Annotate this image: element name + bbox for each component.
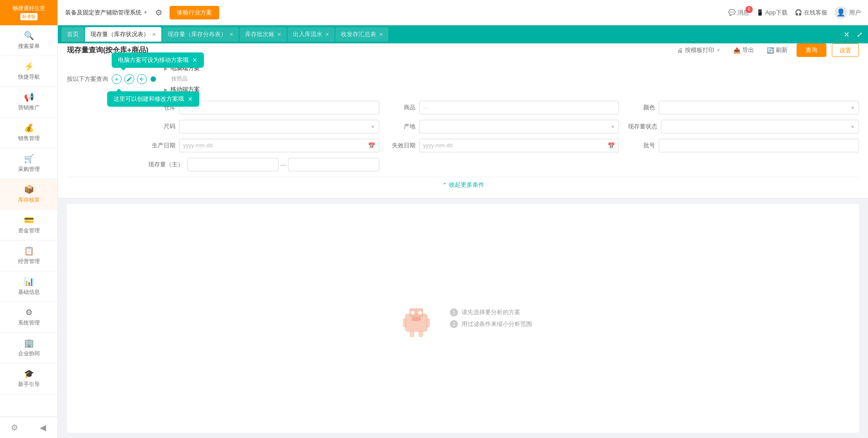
settings-icon[interactable]: ⚙ (0, 417, 29, 438)
color-label: 颜色 (628, 104, 655, 112)
nav-tabs: 首页 现存量（库存状况表） ✕ 现存量（库存分布表） ✕ 库存批次账 ✕ 出入库… (58, 25, 868, 43)
tab-in-out-flow-close[interactable]: ✕ (325, 32, 329, 37)
product-label: 商品 (388, 104, 415, 112)
messages-item[interactable]: 💬 6 消息 (728, 9, 749, 17)
stock-main-to[interactable] (288, 158, 379, 171)
sidebar-item-finance[interactable]: 💳 资金管理 (0, 210, 57, 240)
sidebar-item-enterprise[interactable]: 🏢 企业协同 (0, 333, 57, 363)
sidebar-item-basic[interactable]: 📊 基础信息 (0, 271, 57, 302)
enterprise-icon: 🏢 (24, 338, 34, 348)
edit-scheme-btn[interactable] (124, 74, 134, 84)
back-scheme-btn[interactable] (137, 74, 147, 84)
tab-inventory-dist-label: 现存量（库存分布表） (168, 30, 226, 38)
nav-expand-icon[interactable]: ⤢ (855, 28, 864, 41)
svg-rect-7 (410, 331, 414, 337)
system-selector[interactable]: 装备及固定资产辅助管理系统 ▼ (65, 9, 148, 17)
sidebar-item-inventory[interactable]: 📦 库存核算 (0, 179, 57, 210)
print-dropdown-arrow: ▼ (716, 48, 721, 53)
origin-label: 产地 (388, 122, 415, 131)
tab-home[interactable]: 首页 (61, 27, 84, 42)
filter-row-2: 尺码 ▼ 产地 ▼ (148, 120, 859, 133)
sidebar-logo: 畅捷通好生意 标准版 (0, 0, 57, 25)
origin-input[interactable]: ▼ (419, 120, 619, 133)
edit-tooltip: 这里可以创建和修改方案哦 ✕ (107, 91, 199, 107)
tab-collect-summary[interactable]: 收发存汇总表 ✕ (335, 27, 388, 42)
purchase-label: 采购管理 (18, 165, 40, 173)
sidebar-item-quick[interactable]: ⚡ 快捷导航 (0, 56, 57, 87)
tab-collect-summary-close[interactable]: ✕ (379, 32, 383, 37)
main-search-btn[interactable]: 查询 (797, 43, 826, 57)
expiry-date-input[interactable]: yyyy-mm-dd 📅 (419, 139, 619, 152)
collapse-btn[interactable]: ⌃ 收起更多条件 (67, 177, 859, 193)
manufacture-date-input[interactable]: yyyy-mm-dd 📅 (179, 139, 379, 152)
print-template-btn[interactable]: 🖨 按模板打印 ▼ (674, 44, 724, 56)
user-item[interactable]: 👤 用户 (835, 6, 861, 19)
tab-inventory-status-close[interactable]: ✕ (152, 32, 156, 37)
sidebar-item-sales[interactable]: 💰 销售管理 (0, 118, 57, 148)
user-label: 用户 (849, 9, 861, 17)
tab-in-out-flow[interactable]: 出入库流水 ✕ (288, 27, 335, 42)
filter-row-1: 仓库 ··· 商品 ··· (148, 101, 859, 114)
main-reset-btn[interactable]: 设置 (832, 43, 859, 57)
tab-inventory-dist[interactable]: 现存量（库存分布表） ✕ (162, 27, 239, 42)
sidebar-item-system[interactable]: ⚙ 系统管理 (0, 302, 57, 333)
filter-row-4: 现存量（主） — (148, 158, 859, 171)
message-icon: 💬 (728, 9, 736, 16)
sidebar-item-guide[interactable]: 🎓 新手引导 (0, 363, 57, 394)
refresh-btn[interactable]: 🔄 刷新 (763, 44, 791, 56)
tab-home-label: 首页 (67, 30, 79, 38)
scheme-sub-label: 按照品 (171, 75, 188, 82)
scheme-tooltip: 电脑方案可设为移动方案哦 ✕ (112, 52, 204, 68)
stock-main-field: 现存量（主） — (148, 158, 379, 171)
page-actions: 🖨 按模板打印 ▼ 📤 导出 🔄 刷新 查询 设置 (674, 43, 859, 57)
batch-input[interactable] (659, 139, 859, 152)
sidebar-item-search[interactable]: 🔍 搜索菜单 (0, 25, 57, 56)
basic-label: 基础信息 (18, 288, 40, 296)
stock-status-field: 现存量状态 ▼ (628, 120, 859, 133)
stock-main-from[interactable] (187, 158, 278, 171)
user-avatar: 👤 (835, 6, 847, 19)
export-label: 导出 (742, 46, 754, 54)
sidebar-item-operations[interactable]: 📋 经营管理 (0, 240, 57, 271)
empty-illustration (394, 296, 439, 341)
refresh-label: 刷新 (776, 46, 788, 54)
scheme-sub-item[interactable]: 按照品 (171, 74, 200, 84)
phone-icon: 📱 (756, 9, 764, 16)
export-btn[interactable]: 📤 导出 (730, 44, 758, 56)
tab-inventory-status[interactable]: 现存量（库存状况表） ✕ (85, 27, 161, 42)
search-icon: 🔍 (24, 31, 34, 41)
collapse-up-icon: ⌃ (442, 182, 447, 188)
search-label: 搜索菜单 (18, 42, 40, 50)
sidebar-item-purchase[interactable]: 🛒 采购管理 (0, 148, 57, 179)
origin-field: 产地 ▼ (388, 120, 619, 133)
app-download-label: App下载 (765, 9, 788, 17)
product-input[interactable]: ··· (419, 101, 619, 114)
refresh-icon: 🔄 (767, 47, 774, 54)
tab-batch-account[interactable]: 库存批次账 ✕ (240, 27, 287, 42)
stock-status-dropdown-arrow: ▼ (850, 124, 855, 129)
tip-number-1: 1 (450, 308, 458, 316)
size-input[interactable]: ▼ (179, 120, 379, 133)
quick-icon: ⚡ (24, 61, 34, 71)
empty-tip-1: 1 请先选择要分析的方案 (450, 308, 532, 316)
warehouse-input[interactable]: ··· (179, 101, 379, 114)
add-scheme-btn[interactable]: + (112, 74, 122, 84)
edit-tooltip-close[interactable]: ✕ (188, 95, 193, 103)
empty-tips: 1 请先选择要分析的方案 2 用过滤条件来缩小分析范围 (450, 308, 532, 328)
scheme-tooltip-close[interactable]: ✕ (192, 57, 198, 64)
collapse-sidebar-icon[interactable]: ◀ (29, 417, 58, 438)
online-support-item[interactable]: 🎧 在线客服 (795, 9, 827, 17)
app-download-item[interactable]: 📱 App下载 (756, 9, 788, 17)
tab-batch-account-close[interactable]: ✕ (277, 32, 281, 37)
edit-tooltip-text: 这里可以创建和修改方案哦 (113, 95, 184, 103)
trial-btn[interactable]: 体验行业方案 (170, 6, 219, 19)
filter-row-3: 生产日期 yyyy-mm-dd 📅 失效日期 yyyy-mm-dd 📅 (148, 139, 859, 152)
sidebar-item-marketing[interactable]: 📢 营销推广 (0, 87, 57, 118)
stock-status-input[interactable]: ▼ (661, 120, 859, 133)
tab-inventory-dist-close[interactable]: ✕ (229, 32, 233, 37)
color-input[interactable]: ▼ (659, 101, 859, 114)
nav-close-all-icon[interactable]: ✕ (842, 28, 851, 41)
inventory-icon: 📦 (24, 184, 34, 194)
topbar-settings-icon[interactable]: ⚙ (153, 6, 164, 19)
quick-label: 快捷导航 (18, 73, 40, 81)
